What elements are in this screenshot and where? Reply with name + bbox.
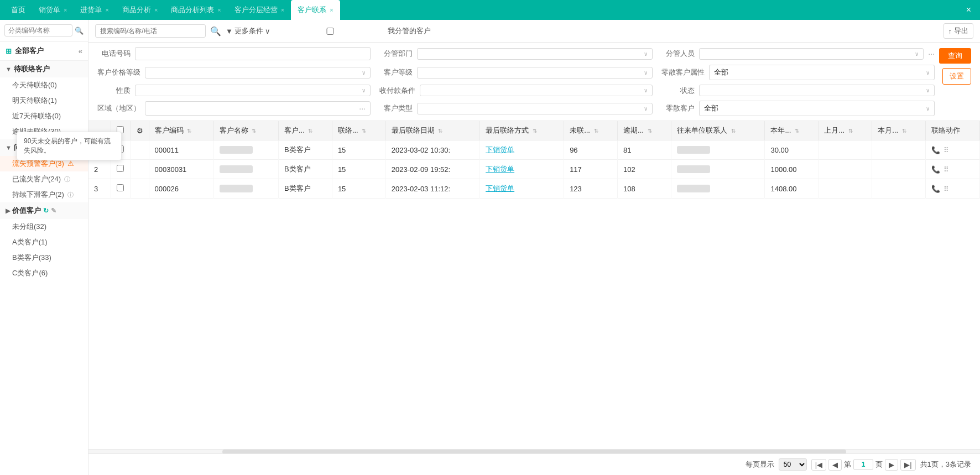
sort-icon-code[interactable]: ⇅ (187, 128, 191, 134)
sort-icon-nc[interactable]: ⇅ (594, 128, 598, 134)
filter-customer-level-select[interactable]: ∨ (417, 67, 653, 79)
th-type: 客户... ⇅ (278, 121, 332, 140)
th-settings[interactable]: ⚙ (131, 121, 149, 140)
row-checkbox[interactable] (117, 184, 124, 191)
sidebar-item-declining[interactable]: 持续下滑客户(2) ⓘ (0, 187, 88, 202)
main-layout: 🔍 ⊞ 全部客户 « ▼ 待联络客户 今天待联络(0) 明天待联络(1) 近7天… (0, 20, 980, 475)
nav-tab-kehu-lianxi[interactable]: 客户联系 × (291, 0, 340, 20)
sort-icon-date[interactable]: ⇅ (438, 128, 442, 134)
filter-region-select[interactable]: ··· (145, 101, 371, 116)
sidebar-item-c-class[interactable]: C类客户(6) (0, 265, 88, 281)
action-phone-icon[interactable]: 📞 (931, 165, 940, 174)
sidebar-all-customers[interactable]: ⊞ 全部客户 « (0, 41, 88, 61)
sidebar-group-waiting[interactable]: ▼ 待联络客户 (0, 61, 88, 77)
grid-icon: ⊞ (6, 47, 12, 55)
th-last-month: 上月... ⇅ (819, 121, 872, 140)
sidebar-item-b-class[interactable]: B类客户(33) (0, 250, 88, 265)
cell-index: 3 (88, 179, 111, 199)
sidebar-item-7days[interactable]: 近7天待联络(0) (0, 108, 88, 124)
scrollbar-area[interactable] (88, 449, 980, 453)
sort-icon-method[interactable]: ⇅ (533, 128, 537, 134)
close-window-button[interactable]: × (962, 5, 976, 15)
cell-last-method[interactable]: 下销货单 (480, 160, 564, 179)
blurred-name (220, 165, 253, 173)
nav-home[interactable]: 首页 (4, 0, 32, 20)
last-page-button[interactable]: ▶| (900, 459, 915, 471)
nav-tab-xiaohuo[interactable]: 销货单 × (32, 0, 74, 20)
page-input[interactable] (853, 459, 873, 470)
nav-tab-jinghuo[interactable]: 进货单 × (74, 0, 115, 20)
action-more-icon[interactable]: ⠿ (943, 146, 949, 154)
cell-last-method[interactable]: 下销货单 (480, 140, 564, 160)
filter-price-level-select[interactable]: ∨ (145, 67, 371, 79)
filter-payment-select[interactable]: ∨ (420, 85, 653, 96)
action-phone-icon[interactable]: 📞 (931, 185, 940, 193)
sidebar-item-tomorrow[interactable]: 明天待联络(1) (0, 93, 88, 108)
sidebar-item-ungrouped[interactable]: 未分组(32) (0, 219, 88, 234)
filter-dept-select[interactable]: ∨ (417, 48, 653, 60)
edit-icon[interactable]: ✎ (51, 207, 56, 215)
search-input[interactable] (95, 24, 206, 38)
filter-retail-customer-select[interactable]: 全部 ∨ (699, 101, 935, 116)
per-page-select[interactable]: 50 100 200 (779, 458, 807, 471)
filter-phone: 电话号码 (97, 47, 371, 60)
close-tab-xiaohuo[interactable]: × (64, 7, 67, 13)
first-page-button[interactable]: |◀ (811, 459, 826, 471)
close-tab-shangpin-fenxi[interactable]: × (154, 7, 158, 13)
collapse-icon[interactable]: « (79, 47, 82, 55)
sort-icon-type[interactable]: ⇅ (308, 128, 312, 134)
nav-tab-kehu-fenceng[interactable]: 客户分层经营 × (228, 0, 291, 20)
more-button-person[interactable]: ··· (928, 49, 935, 58)
cell-checkbox[interactable] (111, 160, 131, 179)
filter-settings-button[interactable]: 设置 (942, 68, 971, 85)
sort-icon-contact[interactable]: ⇅ (362, 128, 366, 134)
close-tab-kehu-fenceng[interactable]: × (281, 7, 284, 13)
sidebar-search-input[interactable] (4, 24, 72, 36)
close-tab-jinghuo[interactable]: × (105, 7, 108, 13)
cell-last-method[interactable]: 下销货单 (480, 179, 564, 199)
filter-person-select[interactable]: ∨ (699, 48, 924, 60)
more-button-region[interactable]: ··· (359, 104, 366, 113)
query-button[interactable]: 查询 (939, 48, 971, 64)
sidebar-item-lost[interactable]: 已流失客户(24) ⓘ (0, 171, 88, 187)
sidebar-search-icon[interactable]: 🔍 (75, 27, 84, 35)
export-button[interactable]: ↑ 导出 (943, 23, 974, 39)
filter-customer-type-select[interactable]: ∨ (417, 103, 653, 114)
next-page-button[interactable]: ▶ (885, 459, 898, 471)
last-method-link[interactable]: 下销货单 (486, 184, 514, 192)
last-method-link[interactable]: 下销货单 (486, 145, 514, 154)
action-more-icon[interactable]: ⠿ (943, 165, 949, 174)
sort-icon-ty[interactable]: ⇅ (795, 128, 799, 134)
sort-icon-uc[interactable]: ⇅ (731, 128, 736, 134)
action-phone-icon[interactable]: 📞 (931, 146, 940, 154)
sort-icon-tm[interactable]: ⇅ (902, 128, 906, 134)
my-customer-checkbox-wrap[interactable]: 我分管的客户 (275, 26, 431, 36)
last-method-link[interactable]: 下销货单 (486, 165, 514, 173)
action-more-icon[interactable]: ⠿ (943, 185, 949, 193)
blurred-unit (677, 165, 710, 173)
filter-phone-input[interactable] (135, 47, 371, 60)
prev-page-button[interactable]: ◀ (828, 459, 842, 471)
row-checkbox[interactable] (117, 165, 124, 172)
refresh-icon[interactable]: ↻ (43, 207, 49, 215)
chevron-down-icon-nature: ∨ (362, 87, 366, 93)
nav-tab-shangpin-list[interactable]: 商品分析列表 × (164, 0, 227, 20)
filter-status-select[interactable]: ∨ (699, 85, 935, 96)
sidebar-item-today[interactable]: 今天待联络(0) (0, 77, 88, 93)
search-button[interactable]: 🔍 (210, 26, 221, 36)
my-customer-checkbox[interactable] (275, 28, 385, 35)
close-tab-shangpin-list[interactable]: × (217, 7, 221, 13)
filter-nature-select[interactable]: ∨ (135, 85, 371, 96)
sort-icon-name[interactable]: ⇅ (252, 128, 256, 134)
sort-icon-lm[interactable]: ⇅ (848, 128, 853, 134)
cell-checkbox[interactable] (111, 179, 131, 199)
nav-tab-shangpin-fenxi[interactable]: 商品分析 × (116, 0, 164, 20)
sidebar-item-a-class[interactable]: A类客户(1) (0, 234, 88, 250)
sidebar: 🔍 ⊞ 全部客户 « ▼ 待联络客户 今天待联络(0) 明天待联络(1) 近7天… (0, 20, 88, 475)
sidebar-tooltip: 90天未交易的客户，可能有流失风险。 (17, 132, 88, 160)
filter-button[interactable]: ▼ 更多条件 ∨ (226, 26, 270, 36)
close-tab-kehu-lianxi[interactable]: × (330, 7, 333, 13)
sort-icon-overdue[interactable]: ⇅ (648, 128, 652, 134)
filter-retail-attr-select[interactable]: 全部 ∨ (709, 65, 935, 80)
sidebar-group-value[interactable]: ▶ 价值客户 ↻ ✎ (0, 202, 88, 219)
